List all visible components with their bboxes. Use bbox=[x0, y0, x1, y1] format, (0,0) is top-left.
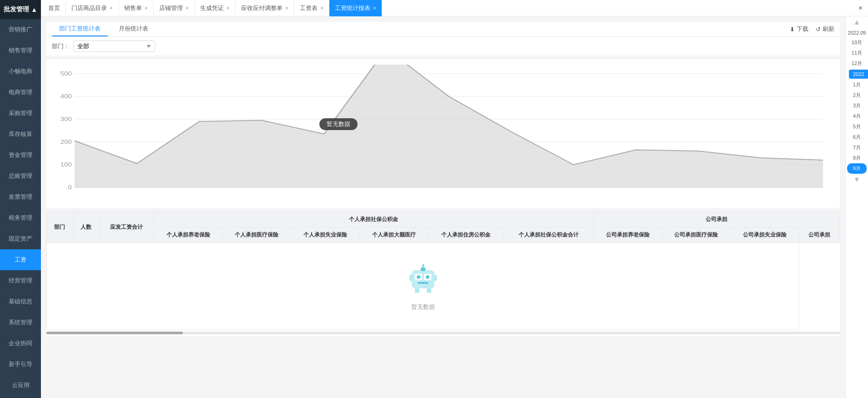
tab-close-门店商品目录[interactable]: × bbox=[110, 5, 113, 11]
timeline-month-6月[interactable]: 6月 bbox=[847, 132, 867, 142]
sidebar-header[interactable]: 批发管理 ▲ bbox=[0, 0, 41, 19]
col-个人承担医疗保险: 个人承担医疗保险 bbox=[222, 227, 291, 243]
timeline-month-5月[interactable]: 5月 bbox=[847, 121, 867, 132]
timeline-month-9月[interactable]: 9月 bbox=[847, 163, 867, 174]
sidebar-item-新手引导[interactable]: 新手引导 bbox=[0, 354, 41, 375]
content-area: 部门工资统计表月份统计表 ⬇ 下载 ↺ 刷新 bbox=[41, 16, 868, 398]
timeline-month-10月[interactable]: 10月 bbox=[847, 37, 867, 48]
sub-tab-月份统计表[interactable]: 月份统计表 bbox=[111, 22, 156, 36]
svg-rect-19 bbox=[421, 267, 425, 271]
sidebar-item-库存核算[interactable]: 库存核算 bbox=[0, 124, 41, 145]
filter-row: 部门： 全部销售部采购部财务部运营部 bbox=[46, 37, 840, 55]
table-row: 暂无数据 bbox=[47, 243, 840, 330]
filter-label: 部门： bbox=[52, 42, 70, 50]
sub-tabs: 部门工资统计表月份统计表 bbox=[46, 22, 165, 36]
sidebar-item-经营管理[interactable]: 经营管理 bbox=[0, 270, 41, 291]
svg-rect-25 bbox=[427, 288, 431, 293]
col-group-personal: 个人承担社保公积金 bbox=[154, 212, 593, 227]
svg-point-17 bbox=[426, 275, 429, 279]
chart-container: 5004003002001000 暂无数据 bbox=[46, 59, 840, 208]
col-headcount: 人数 bbox=[73, 212, 99, 243]
sidebar-item-云应用[interactable]: 云应用 bbox=[0, 375, 41, 396]
tab-close-工资统计报表[interactable]: × bbox=[373, 5, 376, 11]
sub-tab-部门工资统计表[interactable]: 部门工资统计表 bbox=[52, 22, 108, 36]
timeline-month-1月[interactable]: 1月 bbox=[847, 80, 867, 90]
col-dept: 部门 bbox=[47, 212, 73, 243]
refresh-icon: ↺ bbox=[816, 26, 821, 33]
empty-state: 暂无数据 bbox=[47, 243, 799, 329]
tab-门店商品目录[interactable]: 门店商品目录× bbox=[66, 0, 119, 16]
tab-生成凭证[interactable]: 生成凭证× bbox=[195, 0, 236, 16]
timeline-month-11月[interactable]: 11月 bbox=[847, 48, 867, 58]
svg-text:500: 500 bbox=[61, 71, 72, 76]
page-content: 部门工资统计表月份统计表 ⬇ 下载 ↺ 刷新 bbox=[41, 16, 845, 398]
sidebar-item-系统管理[interactable]: 系统管理 bbox=[0, 312, 41, 333]
sidebar-item-销售管理[interactable]: 销售管理 bbox=[0, 40, 41, 61]
tab-close-应收应付调整单[interactable]: × bbox=[285, 5, 288, 11]
sidebar-settings[interactable]: ⚙ bbox=[0, 396, 41, 398]
main-area: 首页门店商品目录×销售单×店铺管理×生成凭证×应收应付调整单×工资表×工资统计报… bbox=[41, 0, 868, 398]
sidebar: 批发管理 ▲ 营销推广销售管理小畅电商电商管理采购管理库存核算资金管理总账管理发… bbox=[0, 0, 41, 398]
sidebar-item-资金管理[interactable]: 资金管理 bbox=[0, 145, 41, 166]
sidebar-item-总账管理[interactable]: 总账管理 bbox=[0, 166, 41, 186]
timeline-month-2月[interactable]: 2月 bbox=[847, 90, 867, 101]
svg-text:100: 100 bbox=[61, 161, 72, 167]
tab-close-销售单[interactable]: × bbox=[145, 5, 148, 11]
tabbar: 首页门店商品目录×销售单×店铺管理×生成凭证×应收应付调整单×工资表×工资统计报… bbox=[41, 0, 868, 16]
department-filter[interactable]: 全部销售部采购部财务部运营部 bbox=[73, 40, 155, 52]
sidebar-item-电商管理[interactable]: 电商管理 bbox=[0, 82, 41, 103]
timeline-month-7月[interactable]: 7月 bbox=[847, 142, 867, 153]
scroll-thumb[interactable] bbox=[46, 332, 183, 334]
refresh-button[interactable]: ↺ 刷新 bbox=[816, 25, 834, 33]
sidebar-title: 批发管理 bbox=[4, 5, 29, 14]
timeline-month-12月[interactable]: 12月 bbox=[847, 58, 867, 69]
download-button[interactable]: ⬇ 下载 bbox=[790, 25, 808, 33]
tab-close-生成凭证[interactable]: × bbox=[227, 5, 230, 11]
svg-text:400: 400 bbox=[61, 93, 72, 99]
col-公司承担失业保险: 公司承担失业保险 bbox=[731, 227, 799, 243]
svg-text:300: 300 bbox=[61, 116, 72, 122]
timeline-prev-button[interactable]: ▲ bbox=[852, 16, 863, 28]
col-公司承担养老保险: 公司承担养老保险 bbox=[593, 227, 662, 243]
col-个人承担养老保险: 个人承担养老保险 bbox=[154, 227, 222, 243]
tab-工资表[interactable]: 工资表× bbox=[294, 0, 329, 16]
horizontal-scrollbar[interactable] bbox=[46, 332, 840, 334]
timeline-month-4月[interactable]: 4月 bbox=[847, 111, 867, 121]
timeline-next-button[interactable]: ▼ bbox=[852, 174, 863, 186]
tab-close-工资表[interactable]: × bbox=[320, 5, 323, 11]
data-table: 部门 人数 应发工资合计 个人承担社保公积金 公司承担 个人承担养老保险个人承担… bbox=[46, 212, 840, 330]
timeline-month-3月[interactable]: 3月 bbox=[847, 101, 867, 111]
toolbar: ⬇ 下载 ↺ 刷新 bbox=[777, 22, 840, 36]
sidebar-item-小畅电商[interactable]: 小畅电商 bbox=[0, 61, 41, 82]
sidebar-item-税务管理[interactable]: 税务管理 bbox=[0, 207, 41, 228]
download-icon: ⬇ bbox=[790, 26, 795, 33]
timeline-month-8月[interactable]: 8月 bbox=[847, 153, 867, 163]
tab-首页[interactable]: 首页 bbox=[43, 0, 66, 16]
sidebar-item-企业协同[interactable]: 企业协同 bbox=[0, 333, 41, 354]
area-chart: 5004003002001000 bbox=[52, 65, 834, 201]
col-个人承担失业保险: 个人承担失业保险 bbox=[291, 227, 360, 243]
empty-text: 暂无数据 bbox=[411, 303, 435, 311]
sidebar-item-营销推广[interactable]: 营销推广 bbox=[0, 19, 41, 40]
col-个人承担社保公积金合计: 个人承担社保公积金合计 bbox=[504, 227, 593, 243]
sidebar-item-发票管理[interactable]: 发票管理 bbox=[0, 186, 41, 207]
col-公司承担: 公司承担 bbox=[799, 227, 840, 243]
svg-rect-22 bbox=[409, 275, 412, 281]
tab-工资统计报表[interactable]: 工资统计报表× bbox=[329, 0, 382, 16]
svg-point-16 bbox=[417, 275, 420, 279]
tab-close-店铺管理[interactable]: × bbox=[186, 5, 189, 11]
timeline-year-2022[interactable]: 2022 bbox=[849, 70, 868, 79]
sidebar-item-工资[interactable]: 工资 bbox=[0, 249, 41, 270]
sidebar-chevron: ▲ bbox=[31, 6, 37, 13]
sidebar-item-采购管理[interactable]: 采购管理 bbox=[0, 103, 41, 124]
table-container: 部门 人数 应发工资合计 个人承担社保公积金 公司承担 个人承担养老保险个人承担… bbox=[46, 212, 840, 336]
sidebar-item-固定资产[interactable]: 固定资产 bbox=[0, 228, 41, 249]
sidebar-item-基础信息[interactable]: 基础信息 bbox=[0, 291, 41, 312]
tab-店铺管理[interactable]: 店铺管理× bbox=[154, 0, 195, 16]
tab-应收应付调整单[interactable]: 应收应付调整单× bbox=[236, 0, 294, 16]
svg-rect-18 bbox=[418, 282, 429, 284]
tab-销售单[interactable]: 销售单× bbox=[119, 0, 154, 16]
timeline-sidebar: ▲ 2022.0910月11月12月20221月2月3月4月5月6月7月8月9月… bbox=[845, 16, 868, 398]
empty-robot-icon bbox=[405, 261, 441, 297]
close-all-button[interactable]: × bbox=[855, 4, 866, 12]
